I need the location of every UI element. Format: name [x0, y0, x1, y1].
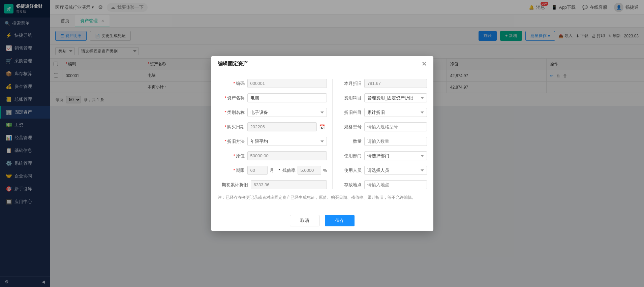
- form-row-monthly-depreciation: 本月折旧: [338, 79, 427, 88]
- location-input[interactable]: [364, 180, 427, 189]
- salvage-rate-unit: %: [323, 168, 327, 173]
- depreciation-account-label: 折旧科目: [338, 109, 362, 116]
- form-row-depreciation-account: 折旧科目 累计折旧: [338, 108, 427, 117]
- category-select-wrap: 电子设备: [247, 108, 327, 117]
- monthly-depreciation-input: [364, 79, 427, 88]
- form-row-spec: 规格型号: [338, 122, 427, 131]
- form-row-department: 使用部门 请选择部门: [338, 151, 427, 160]
- modal-body: *编码 *资产名称 *类别名称: [211, 72, 433, 210]
- modal-note: 注：已经存在变更记录或者对应固定资产已经生成凭证，原值、购买日期、残值率、累计折…: [218, 192, 427, 203]
- depreciation-method-label: *折旧方法: [218, 138, 245, 145]
- form-row-location: 存放地点: [338, 180, 427, 189]
- purchase-date-wrap: 📅: [247, 122, 327, 131]
- user-wrap: 请选择人员: [364, 166, 427, 175]
- expense-account-select[interactable]: 管理费用_固定资产折旧: [364, 93, 427, 102]
- department-wrap: 请选择部门: [364, 151, 427, 160]
- form-row-asset-name: *资产名称: [218, 93, 327, 102]
- modal-close-button[interactable]: ✕: [422, 61, 427, 67]
- location-label: 存放地点: [338, 182, 362, 188]
- user-select[interactable]: 请选择人员: [364, 166, 427, 175]
- purchase-date-label: *购买日期: [218, 124, 245, 130]
- purchase-date-input[interactable]: [247, 122, 317, 131]
- form-row-period: *期限 月 * 残值率 %: [218, 166, 327, 175]
- period-label: *期限: [218, 167, 245, 173]
- salvage-rate-label: 残值率: [282, 167, 296, 173]
- category-select[interactable]: 电子设备: [247, 108, 327, 117]
- form-row-original-value: *原值: [218, 151, 327, 160]
- department-label: 使用部门: [338, 153, 362, 159]
- depreciation-method-select[interactable]: 年限平均: [247, 137, 327, 146]
- edit-asset-modal: 编辑固定资产 ✕ *编码 *资产名称: [211, 56, 433, 231]
- original-value-label: *原值: [218, 153, 245, 159]
- modal-title: 编辑固定资产: [218, 61, 248, 67]
- code-input[interactable]: [247, 79, 327, 88]
- asset-name-label: *资产名称: [218, 95, 245, 101]
- initial-accumulated-input[interactable]: [251, 180, 327, 189]
- quantity-label: 数量: [338, 138, 362, 145]
- period-group: 月 * 残值率 %: [247, 166, 327, 175]
- save-button[interactable]: 保存: [325, 215, 355, 226]
- form-row-user: 使用人员 请选择人员: [338, 166, 427, 175]
- expense-account-label: 费用科目: [338, 95, 362, 101]
- cancel-button[interactable]: 取消: [290, 215, 319, 226]
- form-row-depreciation-method: *折旧方法 年限平均: [218, 137, 327, 146]
- initial-accumulated-label: 期初累计折旧: [218, 182, 248, 188]
- expense-account-wrap: 管理费用_固定资产折旧: [364, 93, 427, 102]
- department-select[interactable]: 请选择部门: [364, 151, 427, 160]
- depreciation-account-wrap: 累计折旧: [364, 108, 427, 117]
- form-row-category: *类别名称 电子设备: [218, 108, 327, 117]
- spec-label: 规格型号: [338, 124, 362, 130]
- code-label: *编码: [218, 81, 245, 87]
- monthly-depreciation-label: 本月折旧: [338, 81, 362, 87]
- depreciation-account-select[interactable]: 累计折旧: [364, 108, 427, 117]
- quantity-input[interactable]: [364, 137, 427, 146]
- form-row-expense-account: 费用科目 管理费用_固定资产折旧: [338, 93, 427, 102]
- modal-overlay: 编辑固定资产 ✕ *编码 *资产名称: [0, 0, 644, 287]
- user-label-field: 使用人员: [338, 167, 362, 173]
- calendar-icon[interactable]: 📅: [319, 124, 325, 130]
- modal-footer: 取消 保存: [211, 210, 433, 231]
- form-row-code: *编码: [218, 79, 327, 88]
- modal-header: 编辑固定资产 ✕: [211, 56, 433, 72]
- form-row-initial-accumulated: 期初累计折旧: [218, 180, 327, 189]
- asset-name-input[interactable]: [247, 93, 327, 102]
- original-value-input[interactable]: [247, 151, 327, 160]
- period-input[interactable]: [247, 166, 268, 175]
- spec-input[interactable]: [364, 122, 427, 131]
- salvage-rate-input[interactable]: [298, 166, 321, 175]
- form-row-purchase-date: *购买日期 📅: [218, 122, 327, 131]
- period-unit: 月: [270, 167, 274, 173]
- category-label: *类别名称: [218, 109, 245, 116]
- depreciation-method-wrap: 年限平均: [247, 137, 327, 146]
- form-row-quantity: 数量: [338, 137, 427, 146]
